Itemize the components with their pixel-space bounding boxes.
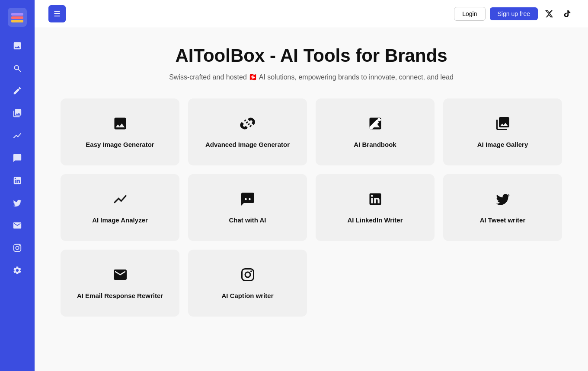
brandbook-tool-icon <box>368 116 383 135</box>
tool-label-ai-tweet-writer: AI Tweet writer <box>480 216 526 224</box>
tool-label-ai-caption-writer: AI Caption writer <box>221 292 273 299</box>
tool-card-advanced-image-generator[interactable]: Advanced Image Generator <box>188 98 307 165</box>
twitter-tool-icon <box>495 191 511 210</box>
linkedin-tool-icon <box>368 191 383 210</box>
gallery-tool-icon <box>495 116 511 135</box>
sidebar-item-linkedin[interactable] <box>8 171 27 190</box>
menu-button[interactable]: ☰ <box>48 5 66 22</box>
tool-card-ai-linkedin-writer[interactable]: AI LinkedIn Writer <box>316 174 435 241</box>
sidebar-item-tools[interactable] <box>8 59 27 78</box>
email-tool-icon <box>112 267 128 286</box>
sidebar-item-edit[interactable] <box>8 81 27 100</box>
svg-point-6 <box>249 198 251 200</box>
login-button[interactable]: Login <box>454 7 485 21</box>
wrench-tool-icon <box>240 116 256 135</box>
analyzer-tool-icon <box>112 191 128 210</box>
tool-label-advanced-image-generator: Advanced Image Generator <box>205 141 290 148</box>
tool-label-ai-image-gallery: AI Image Gallery <box>477 141 528 148</box>
sidebar-item-gallery[interactable] <box>8 104 27 123</box>
tool-label-chat-with-ai: Chat with AI <box>229 216 266 224</box>
tool-card-chat-with-ai[interactable]: Chat with AI <box>188 174 307 241</box>
tool-label-easy-image-generator: Easy Image Generator <box>86 141 154 148</box>
page-subtitle: Swiss-crafted and hosted 🇨🇭 AI solutions… <box>61 73 562 81</box>
sidebar-item-settings[interactable] <box>8 261 27 280</box>
svg-point-5 <box>245 198 247 200</box>
x-twitter-link[interactable] <box>542 7 556 21</box>
tool-card-ai-caption-writer[interactable]: AI Caption writer <box>188 250 307 317</box>
svg-rect-1 <box>11 16 23 19</box>
header: ☰ Login Sign up free <box>35 0 588 28</box>
tool-grid: Easy Image Generator Advanced Image Gene… <box>61 98 562 317</box>
page-title: AIToolBox - AI Tools for Brands <box>61 45 562 66</box>
tool-card-ai-image-gallery[interactable]: AI Image Gallery <box>443 98 562 165</box>
sidebar-item-image[interactable] <box>8 36 27 55</box>
chat-tool-icon <box>240 191 256 210</box>
tool-label-ai-brandbook: AI Brandbook <box>354 141 396 148</box>
sidebar-item-twitter[interactable] <box>8 193 27 212</box>
sidebar-item-email[interactable] <box>8 216 27 235</box>
header-left: ☰ <box>48 5 66 22</box>
tool-label-ai-image-analyzer: AI Image Analyzer <box>92 216 148 224</box>
image-tool-icon <box>112 116 128 135</box>
tool-card-ai-tweet-writer[interactable]: AI Tweet writer <box>443 174 562 241</box>
logo[interactable] <box>7 7 28 28</box>
tool-card-easy-image-generator[interactable]: Easy Image Generator <box>61 98 179 165</box>
tiktok-link[interactable] <box>560 7 574 21</box>
tool-card-ai-brandbook[interactable]: AI Brandbook <box>316 98 435 165</box>
tool-card-ai-email-rewriter[interactable]: AI Email Response Rewriter <box>61 250 179 317</box>
sidebar-item-instagram[interactable] <box>8 238 27 257</box>
header-right: Login Sign up free <box>454 7 574 21</box>
sidebar <box>0 0 35 371</box>
tool-label-ai-linkedin-writer: AI LinkedIn Writer <box>347 216 403 224</box>
instagram-tool-icon <box>240 267 256 286</box>
svg-rect-3 <box>11 13 23 16</box>
svg-rect-2 <box>11 20 23 22</box>
main-content: ☰ Login Sign up free AIToolBox - AI Tool… <box>35 0 588 371</box>
signup-button[interactable]: Sign up free <box>490 7 538 20</box>
page-content: AIToolBox - AI Tools for Brands Swiss-cr… <box>35 28 588 371</box>
tool-card-ai-image-analyzer[interactable]: AI Image Analyzer <box>61 174 179 241</box>
sidebar-item-chat[interactable] <box>8 149 27 168</box>
tool-label-ai-email-rewriter: AI Email Response Rewriter <box>77 292 163 299</box>
sidebar-item-analytics[interactable] <box>8 126 27 145</box>
